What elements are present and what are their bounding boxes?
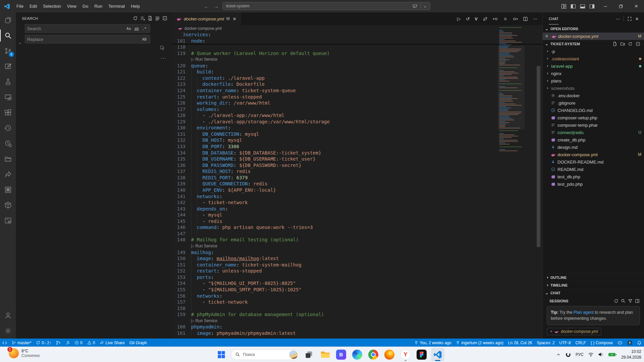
match-case-icon[interactable]: Aa [125, 26, 132, 32]
code-line[interactable]: 118 [172, 44, 542, 50]
statusbar-git-branch[interactable]: master* [9, 339, 34, 347]
statusbar-live-share[interactable]: Live Share [97, 339, 127, 347]
code-line[interactable]: 128 - ./laravel-app:/var/www/html [172, 112, 542, 119]
more-actions-icon[interactable]: ⋯ [533, 16, 538, 21]
code-line[interactable]: 121 build: [172, 69, 542, 75]
search-history-activity-icon[interactable] [0, 136, 16, 151]
file-test_db.php[interactable]: test_db.php [543, 173, 644, 180]
code-line[interactable]: 136 DB_PASSWORD: ${DB_PASSWORD:-secret} [172, 162, 542, 169]
statusbar-blame-you[interactable]: You, 2 weeks ago [412, 339, 453, 347]
chevron-down-icon[interactable]: ⌄ [423, 4, 427, 8]
statusbar-git-graph-icon[interactable] [54, 339, 63, 347]
code-line[interactable]: 147 [172, 231, 542, 237]
volume-icon[interactable] [598, 352, 604, 357]
folder-laravel-app[interactable]: ⌄laravel-app [543, 62, 644, 70]
file-connect(redis[interactable]: connect(redisU [543, 129, 644, 136]
code-line[interactable]: 159 # phpMyAdmin for database management… [172, 311, 542, 318]
new-file-icon[interactable] [611, 41, 618, 47]
remote-monitor-activity-icon[interactable] [0, 89, 16, 105]
beaker-activity-icon[interactable] [0, 74, 16, 89]
code-line[interactable]: 125 restart: unless-stopped [172, 94, 542, 100]
replace-all-icon[interactable] [160, 45, 165, 51]
collapse-folders-icon[interactable] [635, 41, 641, 47]
file-DOCKER-README.md[interactable]: DOCKER-README.md [543, 158, 644, 166]
refresh-explorer-icon[interactable] [627, 41, 634, 47]
menu-file[interactable]: File [13, 0, 26, 12]
notebook-activity-icon[interactable] [0, 59, 16, 74]
change-icon[interactable] [503, 16, 508, 21]
menu-terminal[interactable]: Terminal [105, 0, 128, 12]
tray-expand-icon[interactable] [556, 352, 561, 357]
customize-layout-icon[interactable] [561, 4, 567, 9]
yandex-browser-button[interactable]: Y [399, 348, 412, 361]
code-line[interactable]: 154 - "${MAILHOG_UI_PORT:-8025}:8025" [172, 280, 542, 287]
statusbar-git-sync[interactable]: 0↓ 2↑ [34, 339, 54, 347]
menu-help[interactable]: Help [128, 0, 143, 12]
taskbar-search[interactable]: Поиск [231, 349, 300, 360]
statusbar-eol[interactable]: CRLF [573, 339, 588, 347]
more-actions-icon[interactable]: ⋯ [614, 15, 622, 22]
settings-activity-icon[interactable] [0, 323, 16, 339]
code-line[interactable]: 150 image: mailhog/mailhog:latest [172, 255, 542, 262]
folder-activity-icon[interactable] [0, 151, 16, 167]
refresh-icon[interactable] [131, 15, 139, 22]
plan-agent-link[interactable]: Plan agent [574, 310, 594, 315]
statusbar-copilot[interactable] [615, 339, 625, 347]
preserve-case-icon[interactable]: AB [141, 37, 148, 42]
search-activity-icon[interactable] [0, 28, 16, 43]
code-line[interactable]: 119 # Queue worker (Laravel Horizon or d… [172, 50, 542, 57]
code-line[interactable]: 129 - ./laravel-app/storage:/var/www/htm… [172, 119, 542, 125]
code-line[interactable]: 152 restart: unless-stopped [172, 268, 542, 274]
code-line[interactable]: 143 depends_on: [172, 206, 542, 212]
code-line[interactable]: 120 queue: [172, 63, 542, 69]
code-line[interactable]: 101 node: [172, 38, 542, 44]
statusbar-language-mode[interactable]: { } Compose [588, 339, 615, 347]
compare-changes-icon[interactable] [483, 16, 488, 21]
start-button[interactable] [215, 348, 228, 361]
previous-change-icon[interactable] [493, 16, 498, 21]
codelens-run-service[interactable]: ▷ Run Service [172, 318, 542, 324]
code-line[interactable]: 139 QUEUE_CONNECTION: redis [172, 181, 542, 187]
tab-close-icon[interactable]: ✕ [233, 16, 236, 21]
close-panel-icon[interactable]: ✕ [633, 15, 641, 22]
split-editor-icon[interactable] [523, 16, 528, 21]
editor-scrollbar[interactable] [537, 66, 540, 247]
codelens-run-service[interactable]: ▷ Run Service [172, 243, 542, 249]
statusbar-cursor-position[interactable]: Ln 28, Col 26 [506, 339, 534, 347]
folder--p[interactable]: ⌄-p [543, 48, 644, 55]
language-indicator[interactable]: РУС [576, 352, 584, 357]
file-.env.docker[interactable]: .env.docker [543, 92, 644, 99]
statusbar-errors[interactable]: 0 [72, 339, 85, 347]
file-composer-setup.php[interactable]: composer-setup.php [543, 114, 644, 121]
filter-sessions-icon[interactable] [627, 297, 634, 304]
code-line[interactable]: 123 dockerfile: Dockerfile [172, 81, 542, 87]
battery-icon[interactable] [608, 352, 617, 357]
menu-run[interactable]: Run [91, 0, 105, 12]
validate-icon[interactable]: V [475, 16, 478, 21]
code-line[interactable]: 126 working_dir: /var/www/html [172, 100, 542, 106]
run-icon[interactable]: ▷ [457, 16, 461, 21]
minimize-button[interactable]: ─ [598, 0, 613, 12]
code-line[interactable]: 132 DB_HOST: mysql [172, 137, 542, 143]
menu-view[interactable]: View [64, 0, 79, 12]
expand-all-icon[interactable] [154, 15, 161, 22]
breadcrumb[interactable]: docker-compose.yml [172, 25, 542, 32]
menu-go[interactable]: Go [79, 0, 91, 12]
back-arrow-icon[interactable]: ← [204, 3, 209, 9]
account-activity-icon[interactable] [0, 308, 16, 323]
code-line[interactable]: 151 container_name: ticket-system-mailho… [172, 262, 542, 268]
close-button[interactable]: ✕ [629, 0, 644, 12]
timeline-restore-icon[interactable]: ↺ [466, 16, 470, 21]
toggle-search-details-icon[interactable]: ··· [161, 55, 166, 61]
code-line[interactable]: 153 ports: [172, 274, 542, 281]
code-line[interactable]: 148 # Mailhog for email testing (optiona… [172, 237, 542, 243]
code-line[interactable]: 160 phpmyadmin: [172, 324, 542, 330]
sticky-scroll[interactable]: 3services:101 node: [172, 32, 542, 45]
code-line[interactable]: 149 mailhog: [172, 249, 542, 256]
breadcrumb-file[interactable]: docker-compose.yml [184, 26, 222, 31]
open-chat-side-icon[interactable] [634, 297, 641, 304]
chat-section-header[interactable]: ⌄CHAT [543, 289, 644, 297]
replace-input[interactable]: Replace AB [25, 35, 150, 44]
code-line[interactable]: 135 DB_USERNAME: ${DB_USERNAME:-ticket_u… [172, 156, 542, 162]
vscode-button[interactable] [431, 348, 444, 361]
